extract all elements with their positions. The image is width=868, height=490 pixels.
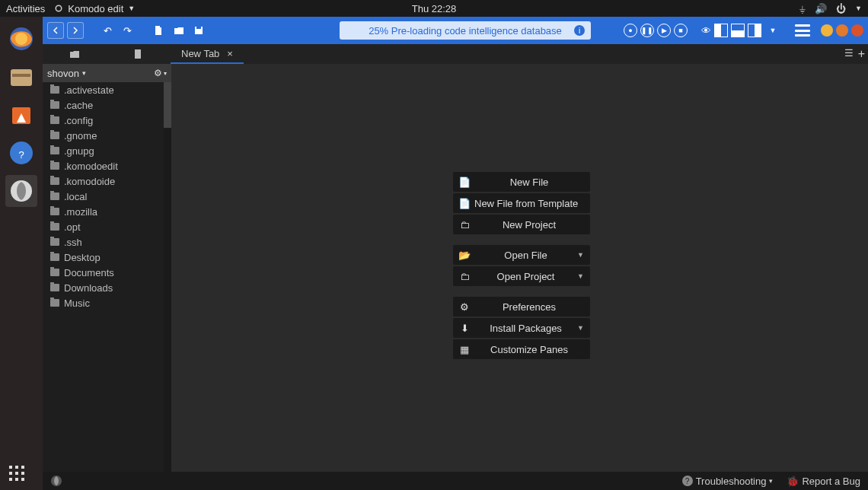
forward-button[interactable]: [67, 22, 84, 39]
system-caret-icon[interactable]: ▼: [855, 5, 862, 12]
file-tree-item[interactable]: .local: [43, 189, 171, 204]
info-icon[interactable]: i: [574, 25, 585, 36]
dock-help-icon[interactable]: ?: [5, 137, 37, 169]
folder-icon: [50, 162, 59, 170]
start-label: New Project: [474, 219, 584, 231]
file-tree-item[interactable]: .mozilla: [43, 204, 171, 219]
file-tree-item[interactable]: Music: [43, 295, 171, 310]
report-bug-link[interactable]: 🐞 Report a Bug: [787, 476, 860, 487]
file-tree-label: .mozilla: [64, 206, 97, 218]
tab-list-icon[interactable]: ☰: [844, 47, 854, 61]
right-pane-toggle[interactable]: [748, 24, 761, 37]
file-tree-label: .gnupg: [64, 145, 94, 157]
caret-icon: ▼: [577, 251, 584, 259]
eye-icon[interactable]: 👁: [701, 25, 711, 37]
komodo-window: ↶ ↷ 25% Pre-loading code intelligence da…: [43, 17, 868, 490]
file-tree-item[interactable]: Documents: [43, 265, 171, 280]
customize-panes-button[interactable]: ▦ Customize Panes: [453, 339, 590, 359]
install-packages-button[interactable]: ⬇ Install Packages ▼: [453, 318, 590, 338]
save-macro-button[interactable]: ■: [674, 24, 688, 37]
download-icon: ⬇: [459, 323, 470, 334]
pause-macro-button[interactable]: ❚❚: [640, 24, 654, 37]
file-tree-item[interactable]: Desktop: [43, 250, 171, 265]
back-button[interactable]: [47, 22, 64, 39]
tab-new-tab[interactable]: New Tab ×: [171, 45, 244, 64]
left-pane-toggle[interactable]: [714, 24, 728, 37]
file-template-icon: 📄: [459, 198, 470, 209]
volume-icon[interactable]: 🔊: [815, 3, 827, 14]
komodo-status-icon[interactable]: [50, 475, 62, 487]
notification-dot-3[interactable]: [851, 24, 863, 37]
new-tab-button[interactable]: +: [858, 47, 865, 61]
grid-icon: ▦: [459, 344, 470, 355]
tab-label: New Tab: [181, 48, 219, 59]
close-tab-icon[interactable]: ×: [227, 48, 233, 59]
svg-rect-3: [11, 69, 32, 86]
folder-icon: [50, 147, 59, 154]
caret-icon: ▼: [577, 272, 584, 280]
dock-files-icon[interactable]: [5, 61, 37, 93]
power-icon[interactable]: ⏻: [836, 3, 846, 14]
dock-komodo-icon[interactable]: [5, 175, 37, 207]
gear-icon: ⚙: [459, 301, 470, 313]
file-tree-item[interactable]: Downloads: [43, 280, 171, 295]
bottom-pane-toggle[interactable]: [731, 24, 745, 37]
start-label: Preferences: [474, 301, 584, 313]
folder-icon: [50, 299, 59, 307]
files-tab-icon[interactable]: [107, 44, 171, 64]
troubleshooting-link[interactable]: ? Troubleshooting ▾: [682, 476, 774, 487]
folder-open-icon: 📂: [459, 250, 470, 261]
places-tab-icon[interactable]: [43, 44, 107, 64]
file-tree-label: .opt: [64, 221, 81, 233]
file-tree-item[interactable]: .gnome: [43, 128, 171, 143]
undo-button[interactable]: ↶: [99, 22, 116, 39]
notification-dot-1[interactable]: [821, 24, 833, 37]
save-button[interactable]: [190, 22, 207, 39]
new-file-button[interactable]: [151, 22, 168, 39]
app-menu[interactable]: Komodo edit ▼: [54, 3, 135, 14]
redo-button[interactable]: ↷: [119, 22, 136, 39]
file-tree-item[interactable]: .ssh: [43, 234, 171, 250]
svg-rect-12: [196, 27, 201, 29]
notification-dot-2[interactable]: [836, 24, 848, 37]
open-folder-button[interactable]: [171, 22, 187, 39]
file-tree-item[interactable]: .config: [43, 113, 171, 128]
play-macro-button[interactable]: ▶: [657, 24, 671, 37]
file-tree-item[interactable]: .komodoide: [43, 173, 171, 189]
menu-button[interactable]: [795, 24, 810, 37]
svg-text:?: ?: [18, 149, 24, 161]
new-file-start-button[interactable]: 📄 New File: [453, 172, 590, 192]
sidebar-root-label: shovon: [47, 68, 79, 79]
open-project-button[interactable]: 🗀 Open Project ▼: [453, 266, 590, 286]
scroll-thumb[interactable]: [164, 82, 171, 128]
start-label: New File: [474, 177, 584, 188]
record-macro-button[interactable]: ●: [624, 24, 637, 37]
folder-icon: [50, 284, 59, 291]
sidebar-scrollbar[interactable]: [164, 82, 171, 472]
sidebar-gear-icon[interactable]: ⚙▾: [154, 68, 167, 78]
file-tree-item[interactable]: .gnupg: [43, 143, 171, 158]
clock[interactable]: Thu 22:28: [412, 3, 457, 14]
activities-button[interactable]: Activities: [6, 3, 45, 14]
open-file-button[interactable]: 📂 Open File ▼: [453, 245, 590, 265]
status-message-text: 25% Pre-loading code intelligence databa…: [369, 25, 562, 37]
pane-dropdown[interactable]: ▼: [764, 22, 781, 39]
file-tree-item[interactable]: .opt: [43, 219, 171, 234]
sidebar-header-places[interactable]: shovon ▾ ⚙▾: [43, 64, 171, 82]
file-tree-item[interactable]: .komodoedit: [43, 158, 171, 173]
preferences-button[interactable]: ⚙ Preferences: [453, 297, 590, 317]
new-file-template-button[interactable]: 📄 New File from Template: [453, 193, 590, 213]
file-tree-item[interactable]: .activestate: [43, 82, 171, 97]
dock-firefox-icon[interactable]: [5, 23, 37, 55]
start-label: Customize Panes: [474, 344, 584, 355]
file-icon: 📄: [459, 177, 470, 188]
start-panel: 📄 New File 📄 New File from Template 🗀 Ne…: [453, 172, 590, 370]
dock-software-icon[interactable]: [5, 99, 37, 131]
folder-icon: [50, 86, 59, 94]
network-icon[interactable]: ⏚: [799, 3, 806, 14]
file-tree-item[interactable]: .cache: [43, 97, 171, 113]
dock-show-apps-icon[interactable]: [9, 466, 24, 481]
new-project-button[interactable]: 🗀 New Project: [453, 215, 590, 234]
caret-icon: ▼: [577, 324, 584, 332]
file-tree-label: .activestate: [64, 84, 114, 96]
